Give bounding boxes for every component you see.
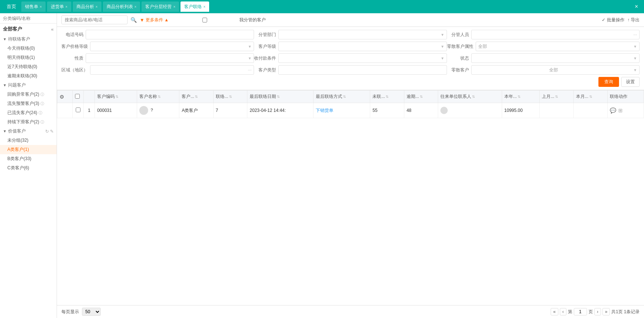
col-header-contact[interactable]: 联络...⇅: [213, 91, 247, 103]
sidebar-section-待联络客户[interactable]: ▼ 待联络客户: [0, 35, 57, 44]
grid-icon[interactable]: ⊞: [618, 107, 623, 113]
sidebar-item[interactable]: A类客户(1): [0, 145, 57, 154]
col-header-name[interactable]: 客户名称⇅: [137, 91, 179, 103]
tab-客户分层经营[interactable]: 客户分层经营×: [142, 1, 179, 12]
filter-input-收付款条件[interactable]: ▼: [278, 53, 447, 63]
sidebar-item[interactable]: 逾期未联络(30): [0, 71, 57, 81]
col-label: 联络动作: [610, 93, 627, 100]
table-settings-icon[interactable]: ⚙: [60, 94, 64, 100]
close-window-button[interactable]: ×: [632, 3, 641, 10]
total-label: 页: [588, 309, 593, 315]
my-customer-checkbox-area[interactable]: 我分管的客户: [172, 17, 266, 23]
filter-input-分管人员[interactable]: ···: [471, 30, 640, 39]
sidebar-item-label: 流失预警客户(3): [7, 101, 39, 106]
col-label: 往来单位联系人: [440, 93, 471, 100]
sidebar-item[interactable]: 近7天待联络(0): [0, 62, 57, 71]
settings-button[interactable]: 设置: [621, 77, 640, 87]
chat-icon[interactable]: 💬: [610, 107, 616, 113]
col-header-lastMethod[interactable]: 最后联络方式⇅: [314, 91, 370, 103]
tab-销售单[interactable]: 销售单×: [21, 1, 46, 12]
sidebar-item[interactable]: 明天待联络(1): [0, 53, 57, 62]
select-all-checkbox[interactable]: [75, 94, 80, 99]
sidebar-item[interactable]: C类客户(6): [0, 163, 57, 173]
sidebar-section-价值客户[interactable]: ▼ 价值客户 ↻ ✎: [0, 127, 57, 136]
col-header-lastMonth[interactable]: 上月...⇅: [540, 91, 573, 103]
home-button[interactable]: 首页: [3, 3, 20, 10]
col-header-thisYear[interactable]: 本年...⇅: [502, 91, 539, 103]
last-contact-method[interactable]: 下销货单: [314, 103, 370, 118]
contact-count: 7: [213, 103, 247, 118]
export-button[interactable]: ↑ 导出: [627, 17, 640, 23]
filter-search-icon[interactable]: 🔍: [130, 17, 137, 23]
col-header-noContact[interactable]: 未联...⇅: [370, 91, 404, 103]
filter-input-客户价格等级[interactable]: ▼: [90, 42, 254, 51]
sidebar-item[interactable]: 未分组(32): [0, 136, 57, 145]
filter-input-零散客户属性[interactable]: 全部▼: [476, 42, 640, 51]
search-input[interactable]: [61, 15, 128, 24]
tab-close-icon[interactable]: ×: [173, 5, 175, 9]
tab-商品分析列表[interactable]: 商品分析列表×: [103, 1, 140, 12]
filter-input-分管部门[interactable]: ▼: [278, 30, 447, 39]
sidebar-collapse-icon[interactable]: «: [51, 26, 54, 32]
per-page-select[interactable]: 50 100 200: [82, 308, 101, 316]
sidebar-item-label: 持续下滑客户(2): [7, 119, 39, 124]
filter-input-性质[interactable]: ▼: [86, 53, 254, 63]
tab-close-icon[interactable]: ×: [65, 5, 68, 9]
last-method-link[interactable]: 下销货单: [316, 108, 333, 113]
sidebar-item[interactable]: 流失预警客户(3) ⓘ: [0, 99, 57, 108]
more-filter-label: 更多条件: [146, 17, 163, 23]
filter-input-客户类型[interactable]: [278, 65, 447, 75]
first-page-button[interactable]: «: [551, 308, 558, 315]
col-header-type[interactable]: 客户...⇅: [179, 91, 213, 103]
tab-close-icon[interactable]: ×: [135, 5, 137, 9]
tab-close-icon[interactable]: ×: [203, 5, 205, 9]
filter-label: 分管人员: [447, 32, 469, 38]
sort-icon: ⇅: [229, 95, 232, 99]
prev-page-button[interactable]: ‹: [560, 308, 566, 315]
sidebar-item[interactable]: B类客户(33): [0, 154, 57, 163]
sidebar-item[interactable]: 已流失客户(24) ⓘ: [0, 108, 57, 117]
query-button[interactable]: 查询: [598, 77, 619, 87]
col-header-unitContact[interactable]: 往来单位联系人⇅: [438, 91, 502, 103]
tab-close-icon[interactable]: ×: [40, 5, 42, 9]
tab-商品分析[interactable]: 商品分析×: [73, 1, 101, 12]
sort-icon: ⇅: [518, 95, 520, 99]
page-label: 第: [568, 309, 572, 315]
sidebar-search-input[interactable]: [3, 16, 57, 21]
dropdown-arrow-icon: ▼: [633, 45, 637, 49]
filter-input-状态[interactable]: ▼: [471, 53, 640, 63]
row-checkbox[interactable]: [76, 107, 80, 112]
col-header-overdue[interactable]: 逾期...⇅: [404, 91, 438, 103]
tab-进货单[interactable]: 进货单×: [47, 1, 71, 12]
tab-客户联络[interactable]: 客户联络×: [180, 1, 209, 12]
next-page-button[interactable]: ›: [594, 308, 601, 315]
last-contact-date: 2023-04-12 14:44:: [247, 103, 314, 118]
more-filter-button[interactable]: ▼ 更多条件 ▲: [140, 17, 169, 23]
col-label: 上月...: [542, 93, 554, 100]
sidebar-item[interactable]: 持续下滑客户(2) ⓘ: [0, 117, 57, 127]
col-header-code[interactable]: 客户编码⇅: [95, 91, 137, 103]
batch-op-button[interactable]: ✓ 批量操作: [602, 17, 624, 23]
dots-icon: ···: [633, 32, 637, 37]
filter-input-零散客户[interactable]: 全部▼: [471, 65, 640, 75]
col-header-lastDate[interactable]: 最后联络日期⇅: [247, 91, 314, 103]
sidebar-item[interactable]: 回购异常客户(2) ⓘ: [0, 90, 57, 99]
filter-input-区域（地区）[interactable]: ···: [90, 65, 254, 75]
my-customer-label: 我分管的客户: [239, 17, 266, 23]
filter-input-客户等级[interactable]: ▼: [278, 42, 447, 51]
sort-icon: ⇅: [277, 95, 280, 99]
sidebar-item-label: 今天待联络(0): [7, 46, 35, 51]
my-customer-checkbox[interactable]: [172, 18, 238, 22]
tab-label: 客户联络: [184, 4, 202, 10]
row-index: 1: [84, 103, 95, 118]
filter-cell: 零散客户属性全部▼: [447, 42, 640, 51]
last-page-button[interactable]: »: [602, 308, 610, 315]
col-header-thisMonth[interactable]: 本月...⇅: [573, 91, 607, 103]
sidebar-section-问题客户[interactable]: ▼ 问题客户: [0, 81, 57, 90]
filter-input-电话号码[interactable]: [86, 30, 254, 39]
tab-close-icon[interactable]: ×: [96, 5, 98, 9]
dropdown-arrow-icon: ▼: [441, 45, 444, 49]
sidebar-item[interactable]: 今天待联络(0): [0, 44, 57, 53]
page-input[interactable]: [574, 308, 587, 315]
section-title: 价值客户: [8, 128, 26, 134]
